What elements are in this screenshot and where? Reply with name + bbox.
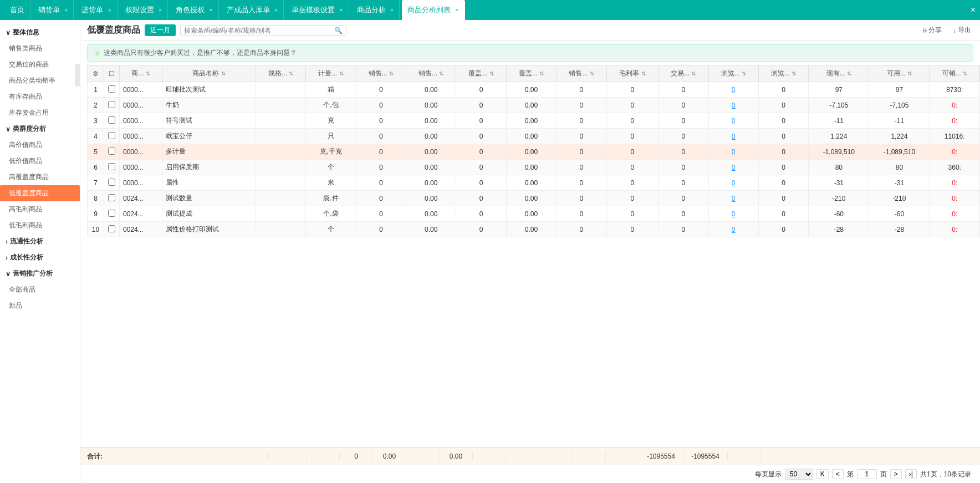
cell-checkbox[interactable] — [104, 206, 120, 222]
export-button[interactable]: ↓ 导出 — [951, 24, 973, 36]
cell-checkbox[interactable] — [104, 129, 120, 144]
col-margin: 毛利率 ⇅ — [606, 65, 659, 82]
cell-spec — [256, 206, 305, 222]
cell-checkbox[interactable] — [104, 98, 120, 113]
info-text: 这类商品只有很少客户购买过，是推广不够，还是商品本身问题？ — [104, 48, 297, 58]
close-roles-tab[interactable]: × — [209, 7, 212, 13]
sidebar-item-low-margin[interactable]: 低毛利商品 — [0, 217, 80, 233]
cell-sales2: 0.00 — [406, 160, 456, 175]
sidebar-item-stock-capital[interactable]: 库存资金占用 — [0, 105, 80, 121]
first-page-button[interactable]: K — [816, 469, 829, 479]
cell-browse1[interactable]: 0 — [708, 113, 758, 129]
cell-checkbox[interactable] — [104, 82, 120, 98]
nav-tab-warehouse[interactable]: 产成品入库单 × — [221, 0, 284, 20]
cell-trade: 0 — [659, 129, 708, 144]
next-page-button[interactable]: > — [890, 469, 902, 479]
footer-spacer10 — [539, 451, 573, 461]
col-sales1: 销售... ⇅ — [356, 65, 406, 82]
close-purchase-tab[interactable]: × — [108, 7, 111, 13]
close-permissions-tab[interactable]: × — [159, 7, 162, 13]
nav-tab-analysis-list[interactable]: 商品分析列表 × — [402, 0, 465, 20]
cell-checkbox[interactable] — [104, 113, 120, 129]
cell-cover2: 0.00 — [506, 206, 556, 222]
cell-sales2: 0.00 — [406, 82, 456, 98]
sidebar-group-liquidity[interactable]: › 流通性分析 — [0, 233, 80, 250]
cell-spec — [256, 113, 305, 129]
close-template-tab[interactable]: × — [339, 7, 343, 13]
go-label: 第 — [847, 470, 854, 479]
sidebar-group-growth[interactable]: › 成长性分析 — [0, 250, 80, 266]
sidebar-item-category-rate[interactable]: 商品分类动销率 — [0, 73, 80, 89]
sidebar-item-stock-goods[interactable]: 有库存商品 — [0, 89, 80, 105]
sidebar-collapse-button[interactable]: 《 — [75, 64, 80, 87]
sidebar-item-low-value[interactable]: 低价值商品 — [0, 153, 80, 169]
cell-margin: 0 — [606, 175, 659, 191]
footer-spacer3 — [173, 451, 212, 461]
cell-browse1[interactable]: 0 — [708, 175, 758, 191]
cell-browse1[interactable]: 0 — [708, 98, 758, 113]
cell-margin: 0 — [606, 113, 659, 129]
nav-tab-permissions[interactable]: 权限设置 × — [120, 0, 168, 20]
close-all-tabs[interactable]: × — [971, 5, 976, 15]
col-settings[interactable]: ⚙ — [88, 65, 104, 82]
search-icon[interactable]: 🔍 — [334, 27, 343, 34]
table-header-row: ⚙ ☐ 商... ⇅ 商品名称 ⇅ 规格... ⇅ 计量... ⇅ 销售... … — [88, 65, 980, 82]
prev-page-button[interactable]: < — [832, 469, 844, 479]
data-table: ⚙ ☐ 商... ⇅ 商品名称 ⇅ 规格... ⇅ 计量... ⇅ 销售... … — [87, 65, 980, 237]
close-warehouse-tab[interactable]: × — [274, 7, 278, 13]
cell-checkbox[interactable] — [104, 222, 120, 237]
col-cover1: 覆盖... ⇅ — [456, 65, 506, 82]
cell-spec — [256, 191, 305, 206]
cell-checkbox[interactable] — [104, 191, 120, 206]
cell-browse1[interactable]: 0 — [708, 191, 758, 206]
close-analysis-tab[interactable]: × — [390, 7, 394, 13]
nav-tab-analysis[interactable]: 商品分析 × — [351, 0, 400, 20]
sidebar-item-low-coverage[interactable]: 低覆盖度商品 — [0, 185, 80, 201]
cell-browse1[interactable]: 0 — [708, 82, 758, 98]
cell-browse1[interactable]: 0 — [708, 222, 758, 237]
time-filter-button[interactable]: 近一月 — [145, 24, 176, 36]
nav-tab-template[interactable]: 单据模板设置 × — [286, 0, 349, 20]
cell-spec — [256, 222, 305, 237]
sidebar-group-overview[interactable]: ∨ 整体信息 — [0, 24, 80, 40]
sidebar-group-marketing[interactable]: ∨ 营销推广分析 — [0, 266, 80, 282]
sidebar-item-high-value[interactable]: 高价值商品 — [0, 137, 80, 153]
search-input[interactable] — [184, 27, 332, 34]
cell-browse1[interactable]: 0 — [708, 144, 758, 160]
cell-spec — [256, 160, 305, 175]
cell-cover2: 0.00 — [506, 175, 556, 191]
search-box: 🔍 — [180, 25, 346, 36]
cell-code: 0024... — [120, 222, 162, 237]
nav-tab-purchase[interactable]: 进货单 × — [76, 0, 117, 20]
sidebar-item-high-margin[interactable]: 高毛利商品 — [0, 201, 80, 217]
nav-tab-home[interactable]: 首页 — [4, 0, 30, 20]
col-code: 商... ⇅ — [120, 65, 162, 82]
sidebar-item-all-goods[interactable]: 全部商品 — [0, 282, 80, 298]
cell-browse1[interactable]: 0 — [708, 129, 758, 144]
sidebar-item-high-coverage[interactable]: 高覆盖度商品 — [0, 169, 80, 185]
cell-checkbox[interactable] — [104, 160, 120, 175]
nav-tab-sales[interactable]: 销货单 × — [33, 0, 74, 20]
sidebar-item-traded-goods[interactable]: 交易过的商品 — [0, 57, 80, 73]
share-button[interactable]: ⎘ 分享 — [921, 24, 944, 36]
close-sales-tab[interactable]: × — [64, 7, 68, 13]
table-row: 8 0024... 测试数量 袋,件 0 0.00 0 0.00 0 0 0 0… — [88, 191, 980, 206]
col-checkbox[interactable]: ☐ — [104, 65, 120, 82]
close-analysis-list-tab[interactable]: × — [455, 7, 458, 13]
last-page-button[interactable]: ›| — [905, 469, 917, 479]
cell-sales1: 0 — [356, 98, 406, 113]
nav-tab-roles[interactable]: 角色授权 × — [170, 0, 218, 20]
cell-checkbox[interactable] — [104, 175, 120, 191]
page-input[interactable] — [857, 469, 877, 479]
sidebar: ∨ 整体信息 销售类商品 交易过的商品 商品分类动销率 有库存商品 库存资金占用… — [0, 20, 80, 483]
sidebar-item-sales-goods[interactable]: 销售类商品 — [0, 40, 80, 57]
cell-browse1[interactable]: 0 — [708, 206, 758, 222]
table-row: 3 0000... 符号测试 克 0 0.00 0 0.00 0 0 0 0 0… — [88, 113, 980, 129]
sidebar-item-new-goods[interactable]: 新品 — [0, 298, 80, 314]
sidebar-group-cluster[interactable]: ∨ 类群度分析 — [0, 121, 80, 137]
col-stock1: 现有... ⇅ — [809, 65, 869, 82]
main-layout: ∨ 整体信息 销售类商品 交易过的商品 商品分类动销率 有库存商品 库存资金占用… — [0, 20, 980, 483]
cell-checkbox[interactable] — [104, 144, 120, 160]
page-size-select[interactable]: 50 10 20 100 — [785, 469, 813, 480]
cell-browse1[interactable]: 0 — [708, 160, 758, 175]
